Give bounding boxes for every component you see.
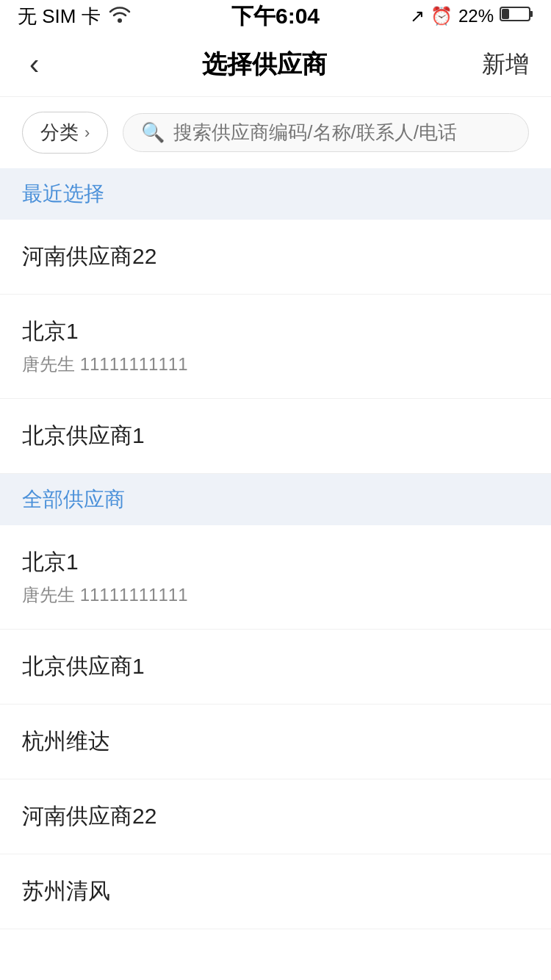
status-left: 无 SIM 卡 [18,4,132,29]
list-item[interactable]: 河南供应商22 [0,779,551,854]
status-right: ↗ ⏰ 22% [410,5,533,27]
location-icon: ↗ [410,6,425,26]
all-section-header: 全部供应商 [0,474,551,525]
nav-bar: ‹ 选择供应商 新增 [0,32,551,97]
category-filter[interactable]: 分类 › [22,112,108,154]
item-sub: 唐先生 11111111111 [22,353,529,376]
item-name: 北京1 [22,547,529,577]
item-name: 北京1 [22,317,529,347]
battery-label: 22% [458,6,494,26]
list-item[interactable]: 北京供应商1 [0,399,551,474]
item-sub: 唐先生 11111111111 [22,583,529,607]
filter-bar: 分类 › 🔍 [0,97,551,168]
item-name: 北京供应商1 [22,652,529,682]
svg-rect-1 [530,11,533,17]
status-bar: 无 SIM 卡 下午6:04 ↗ ⏰ 22% [0,0,551,32]
carrier-label: 无 SIM 卡 [18,4,101,29]
item-name: 北京供应商1 [22,421,529,451]
search-input[interactable] [173,121,511,144]
battery-icon [500,5,533,27]
item-name: 苏州清风 [22,876,529,907]
list-item[interactable]: 杭州维达 [0,705,551,779]
recent-section-label: 最近选择 [22,182,104,205]
page-title: 选择供应商 [202,48,327,82]
list-item[interactable]: 北京供应商1 [0,630,551,705]
search-box[interactable]: 🔍 [123,113,529,152]
recent-section-header: 最近选择 [0,168,551,220]
back-button[interactable]: ‹ [22,40,46,88]
category-label: 分类 [40,120,79,145]
time-label: 下午6:04 [231,1,320,32]
list-item[interactable]: 北京1 唐先生 11111111111 [0,295,551,399]
item-name: 杭州维达 [22,727,529,757]
add-button[interactable]: 新增 [482,48,529,81]
all-list: 北京1 唐先生 11111111111 北京供应商1 杭州维达 河南供应商22 … [0,525,551,929]
item-name: 河南供应商22 [22,801,529,832]
chevron-right-icon: › [84,123,90,143]
search-icon: 🔍 [141,121,165,144]
item-name: 河南供应商22 [22,242,529,272]
svg-rect-2 [502,9,509,19]
list-item[interactable]: 河南供应商22 [0,220,551,295]
alarm-icon: ⏰ [431,6,453,26]
list-item[interactable]: 北京1 唐先生 11111111111 [0,525,551,630]
wifi-icon [108,5,132,28]
recent-list: 河南供应商22 北京1 唐先生 11111111111 北京供应商1 [0,220,551,474]
list-item[interactable]: 苏州清风 [0,854,551,929]
all-section-label: 全部供应商 [22,488,125,511]
